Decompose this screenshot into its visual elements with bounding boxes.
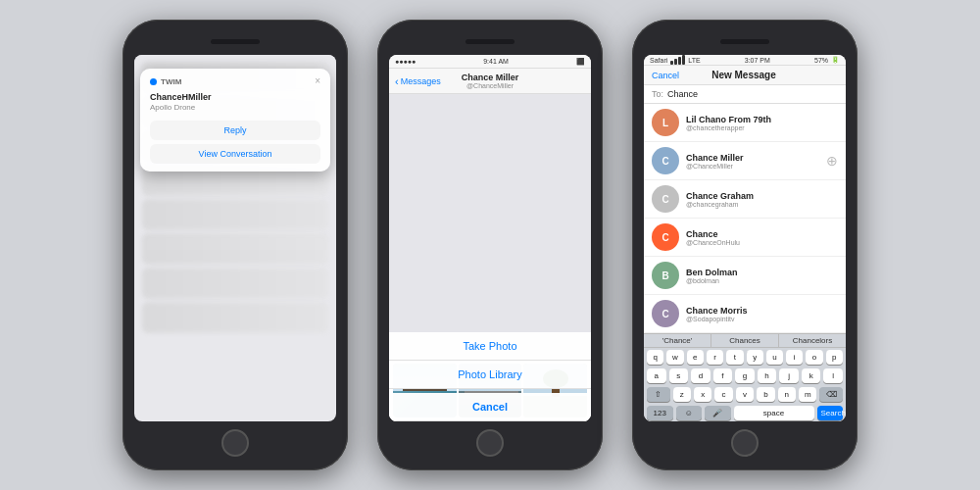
to-label: To: xyxy=(652,89,663,99)
to-field[interactable]: To: Chance xyxy=(644,85,846,104)
contact-handle: @chancegraham xyxy=(686,201,838,208)
photo-library-button[interactable]: Photo Library xyxy=(389,361,591,389)
contact-handle: @Sodapopintitv xyxy=(686,316,838,322)
contact-item[interactable]: C Chance @ChanceOnHulu xyxy=(644,219,846,257)
shift-key[interactable]: ⇧ xyxy=(647,387,670,402)
delete-key[interactable]: ⌫ xyxy=(819,387,843,402)
keyboard-row: ⇧zxcvbnm⌫ xyxy=(644,385,846,404)
notification-header: TWIM × xyxy=(150,76,320,86)
cancel-button[interactable]: Cancel xyxy=(652,71,679,80)
contact-name: Chance Miller xyxy=(462,73,519,82)
key-w[interactable]: w xyxy=(666,350,683,365)
action-sheet: Take Photo Photo Library Cancel xyxy=(389,332,591,421)
phone2-screen: ●●●●● 9:41 AM ⬛ ‹ Messages Chance Miller… xyxy=(389,55,591,421)
contact-item[interactable]: L Lil Chano From 79th @chancetherapper xyxy=(644,104,846,142)
phone1-bottom xyxy=(134,427,336,459)
browser-label: Safari xyxy=(650,57,667,64)
key-x[interactable]: x xyxy=(694,387,711,402)
home-button[interactable] xyxy=(476,429,504,457)
blurred-row xyxy=(142,233,328,265)
speaker xyxy=(466,39,514,44)
key-z[interactable]: z xyxy=(673,387,691,402)
key-c[interactable]: c xyxy=(714,387,732,402)
add-contact-icon[interactable]: ⊕ xyxy=(826,153,838,169)
key-v[interactable]: v xyxy=(736,387,754,402)
key-j[interactable]: j xyxy=(779,368,799,383)
key-p[interactable]: p xyxy=(826,350,843,365)
notification-subtitle: Apollo Drone xyxy=(150,103,320,112)
time: 9:41 AM xyxy=(483,58,509,65)
battery-label: 57% xyxy=(814,57,828,64)
time: 3:07 PM xyxy=(745,57,770,64)
key-f[interactable]: f xyxy=(713,368,733,383)
key-m[interactable]: m xyxy=(799,387,816,402)
contact-info: Chance Miller @ChanceMiller xyxy=(686,153,819,170)
contact-item[interactable]: C Chance Morris @Sodapopintitv xyxy=(644,295,846,333)
back-arrow-icon: ‹ xyxy=(395,75,399,87)
key-t[interactable]: t xyxy=(726,350,743,365)
notification-close-button[interactable]: × xyxy=(315,76,320,86)
reply-button[interactable]: Reply xyxy=(150,121,320,140)
statusbar-left: Safari LTE xyxy=(650,55,701,65)
key-l[interactable]: l xyxy=(823,368,843,383)
contact-avatar: C xyxy=(652,185,679,213)
signal-icon xyxy=(670,55,685,65)
blurred-row xyxy=(142,268,328,299)
status-bar: Safari LTE 3:07 PM 57% 🔋 xyxy=(644,55,846,66)
contact-name: Lil Chano From 79th xyxy=(686,115,838,124)
contact-info: Chance Morris @Sodapopintitv xyxy=(686,306,838,322)
key-q[interactable]: q xyxy=(647,350,663,365)
back-button[interactable]: ‹ Messages xyxy=(395,75,441,87)
key-a[interactable]: a xyxy=(647,368,666,383)
key-y[interactable]: y xyxy=(747,350,763,365)
autocomplete-item[interactable]: 'Chance' xyxy=(644,334,711,347)
battery-status: ⬛ xyxy=(576,58,585,66)
home-button[interactable] xyxy=(221,429,249,457)
autocomplete-item[interactable]: Chancelors xyxy=(779,334,846,347)
contact-avatar: C xyxy=(652,300,679,327)
contact-name: Chance xyxy=(686,229,838,239)
space-key[interactable]: space xyxy=(734,406,814,420)
contact-name: Chance Miller xyxy=(686,153,819,163)
notification-app-name: TWIM xyxy=(161,77,181,86)
contact-item[interactable]: C Chance Miller @ChanceMiller ⊕ xyxy=(644,142,846,180)
search-input[interactable]: Chance xyxy=(667,89,838,99)
contact-avatar: L xyxy=(652,109,679,136)
key-b[interactable]: b xyxy=(757,387,774,402)
emoji-key[interactable]: ☺ xyxy=(676,406,703,420)
blurred-row xyxy=(142,199,328,230)
contact-handle: @ChanceMiller xyxy=(462,82,519,89)
navbar: Cancel New Message xyxy=(644,66,846,85)
view-conversation-button[interactable]: View Conversation xyxy=(150,144,320,164)
key-n[interactable]: n xyxy=(778,387,796,402)
autocomplete-bar: 'Chance'ChancesChancelors xyxy=(644,333,846,348)
key-k[interactable]: k xyxy=(802,368,821,383)
key-o[interactable]: o xyxy=(806,350,822,365)
key-r[interactable]: r xyxy=(707,350,723,365)
key-e[interactable]: e xyxy=(687,350,704,365)
key-s[interactable]: s xyxy=(669,368,689,383)
page-title: New Message xyxy=(711,70,776,80)
contact-info: Chance Graham @chancegraham xyxy=(686,191,838,208)
mic-key[interactable]: 🎤 xyxy=(705,406,731,420)
num-key[interactable]: 123 xyxy=(647,406,673,420)
home-button[interactable] xyxy=(731,429,759,457)
network-type: LTE xyxy=(688,57,700,64)
key-h[interactable]: h xyxy=(758,368,777,383)
back-label: Messages xyxy=(401,76,441,86)
key-u[interactable]: u xyxy=(766,350,783,365)
key-i[interactable]: i xyxy=(786,350,803,365)
search-key[interactable]: Search xyxy=(817,406,844,420)
contact-name: Chance Morris xyxy=(686,306,838,316)
contact-avatar: C xyxy=(652,223,679,251)
key-d[interactable]: d xyxy=(691,368,710,383)
autocomplete-item[interactable]: Chances xyxy=(711,334,779,347)
cancel-button[interactable]: Cancel xyxy=(389,393,591,421)
take-photo-button[interactable]: Take Photo xyxy=(389,332,591,361)
contact-item[interactable]: B Ben Dolman @bdolman xyxy=(644,257,846,295)
contact-item[interactable]: C Chance Graham @chancegraham xyxy=(644,180,846,219)
contact-info: Lil Chano From 79th @chancetherapper xyxy=(686,115,838,131)
notification-sender: ChanceHMiller xyxy=(150,92,320,102)
app-dot-icon xyxy=(150,78,157,85)
key-g[interactable]: g xyxy=(735,368,755,383)
